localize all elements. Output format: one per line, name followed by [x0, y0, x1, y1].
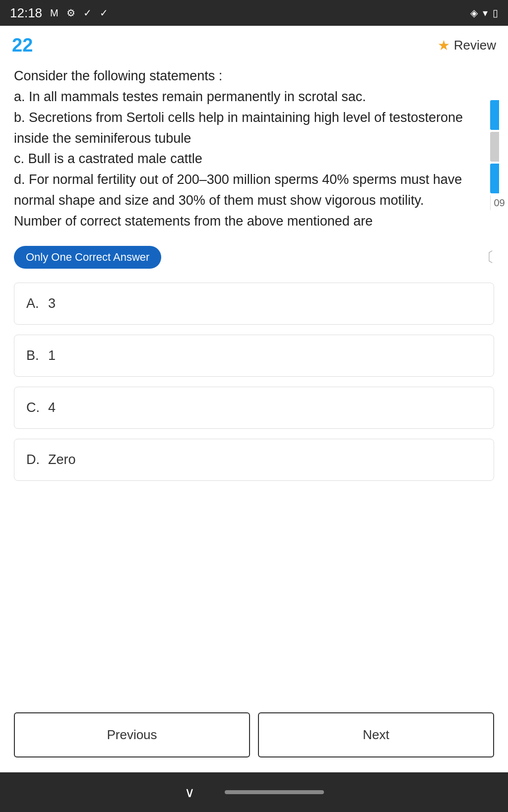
bottom-handle: [225, 790, 324, 794]
question-number: 22: [12, 35, 33, 56]
star-icon: ★: [438, 37, 450, 54]
option-d-value: Zero: [48, 452, 76, 467]
side-indicator-blue: [490, 100, 499, 130]
side-panel: 09: [490, 100, 508, 210]
statement-b: b. Secretions from Sertoli cells help in…: [14, 108, 483, 149]
time-display: 12:18: [10, 5, 42, 21]
option-b[interactable]: B. 1: [14, 335, 494, 377]
option-d[interactable]: D. Zero: [14, 439, 494, 481]
question-intro: Consider the following statements :: [14, 66, 483, 87]
option-b-value: 1: [48, 348, 56, 363]
check-icon-2: ✓: [100, 7, 108, 19]
bookmark-icon[interactable]: 〔: [480, 248, 494, 267]
side-number: 09: [490, 195, 508, 210]
question-end: Number of correct statements from the ab…: [14, 211, 483, 232]
nav-buttons: Previous Next: [0, 700, 508, 772]
status-right: ◈ ▾ ▯: [470, 7, 498, 19]
option-d-label: D.: [26, 452, 48, 467]
option-c-value: 4: [48, 400, 56, 415]
side-indicator-blue2: [490, 164, 499, 193]
status-bar: 12:18 M ⚙ ✓ ✓ ◈ ▾ ▯: [0, 0, 508, 26]
main-container: 22 ★ Review 09 Consider the following st…: [0, 26, 508, 772]
review-label: Review: [454, 38, 496, 53]
statement-d: d. For normal fertility out of 200–300 m…: [14, 170, 483, 211]
settings-icon: ⚙: [66, 7, 75, 19]
option-a-label: A.: [26, 296, 48, 311]
side-indicator-gray: [490, 132, 499, 162]
signal-icon: ◈: [470, 7, 478, 19]
options-container: A. 3 B. 1 C. 4 D. Zero: [0, 278, 508, 496]
option-a-value: 3: [48, 296, 56, 311]
answer-type-row: Only One Correct Answer 〔: [0, 237, 508, 278]
bottom-bar: ∨: [0, 772, 508, 812]
answer-type-badge: Only One Correct Answer: [14, 246, 161, 269]
next-button[interactable]: Next: [258, 712, 494, 757]
option-c[interactable]: C. 4: [14, 387, 494, 429]
review-button[interactable]: ★ Review: [438, 37, 496, 54]
statement-c: c. Bull is a castrated male cattle: [14, 149, 483, 170]
statement-a: a. In all mammals testes remain permanen…: [14, 87, 483, 108]
previous-button[interactable]: Previous: [14, 712, 250, 757]
option-b-label: B.: [26, 348, 48, 363]
option-a[interactable]: A. 3: [14, 283, 494, 325]
battery-icon: ▯: [493, 7, 498, 19]
gmail-icon: M: [50, 7, 59, 19]
wifi-icon: ▾: [483, 7, 488, 19]
status-left: 12:18 M ⚙ ✓ ✓: [10, 5, 108, 21]
option-c-label: C.: [26, 400, 48, 415]
question-body: Consider the following statements : a. I…: [0, 61, 508, 237]
header-row: 22 ★ Review: [0, 26, 508, 61]
chevron-down-icon: ∨: [185, 784, 195, 801]
check-icon-1: ✓: [83, 7, 92, 19]
